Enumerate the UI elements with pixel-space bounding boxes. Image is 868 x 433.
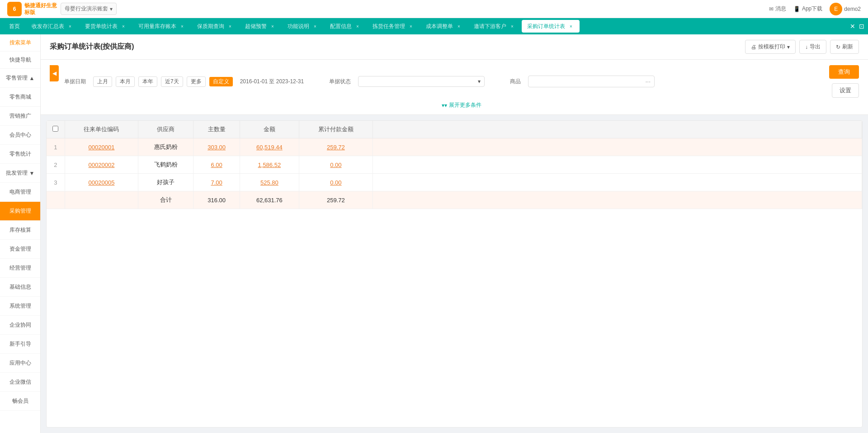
tab-close-icon[interactable]: ×: [456, 23, 462, 29]
tab-baozhiqi[interactable]: 保质期查询 ×: [192, 20, 239, 33]
tab-close-icon[interactable]: ×: [179, 23, 185, 29]
th-extra: [373, 121, 862, 138]
tab-expand-icon[interactable]: ⊡: [859, 23, 864, 30]
goods-input[interactable]: ···: [528, 76, 655, 87]
tab-yaoqing[interactable]: 邀请下游客户 ×: [468, 20, 521, 33]
logo-text: 畅捷通好生意 标版: [24, 2, 57, 15]
sidebar-item-newbie[interactable]: 新手引导: [0, 335, 40, 354]
app-icon: 📱: [793, 6, 800, 12]
message-button[interactable]: ✉ 消息: [769, 5, 786, 13]
nav-tabs: 首页 收发存汇总表 × 要货单统计表 × 可用量库存账本 × 保质期查询 × 超…: [0, 18, 868, 34]
date-this-month-button[interactable]: 本月: [116, 76, 135, 87]
settings-button[interactable]: 设置: [832, 83, 859, 98]
table-header-row: 往来单位编码 供应商 主数量 金额 累计付款金额: [47, 121, 862, 138]
date-7days-button[interactable]: 近7天: [161, 76, 183, 87]
th-checkbox: [47, 121, 65, 138]
sidebar-item-retail-stats[interactable]: 零售统计: [0, 145, 40, 164]
cell-index-1: 1: [47, 138, 65, 156]
sidebar-item-wechat[interactable]: 企业微信: [0, 373, 40, 392]
chevron-down-icon: ▾▾: [442, 102, 447, 109]
org-selector[interactable]: 母婴行业演示账套 ▾: [61, 3, 117, 15]
date-range-display: 2016-01-01 至 2023-12-31: [240, 78, 304, 86]
table-footer-row: 合计 316.00 62,631.76 259.72: [47, 191, 862, 209]
cell-code-1: 00020001: [65, 138, 138, 156]
page-title: 采购订单统计表(按供应商): [50, 42, 134, 52]
sidebar-item-operations[interactable]: 经营管理: [0, 259, 40, 278]
sidebar-item-finance[interactable]: 资金管理: [0, 240, 40, 259]
sidebar-item-retail-shop[interactable]: 零售商城: [0, 88, 40, 107]
table-row: 2 00020002 飞鹤奶粉 6.00 1,586.52 0.00: [47, 156, 862, 174]
tab-close-icon[interactable]: ×: [120, 23, 127, 29]
tab-caigou-active[interactable]: 采购订单统计表 ×: [522, 20, 580, 33]
tab-close-icon[interactable]: ×: [354, 23, 361, 29]
logo-icon: 6: [7, 2, 22, 16]
sidebar-item-enterprise-collab[interactable]: 企业协同: [0, 316, 40, 335]
tab-close-icon[interactable]: ×: [509, 23, 515, 29]
tab-close-icon[interactable]: ×: [269, 23, 276, 29]
sidebar-item-member2[interactable]: 畅会员: [0, 392, 40, 411]
date-last-month-button[interactable]: 上月: [93, 76, 112, 87]
sidebar-item-retail-mgmt[interactable]: 零售管理 ▲: [0, 69, 40, 88]
tab-close-icon[interactable]: ×: [312, 23, 318, 29]
footer-qty: 316.00: [193, 191, 240, 209]
tab-keyongliang[interactable]: 可用量库存账本 ×: [133, 20, 191, 33]
expand-filters-button[interactable]: ▾▾ 展开更多条件: [442, 101, 481, 109]
sidebar-item-purchase[interactable]: 采购管理: [0, 202, 40, 221]
filter-toggle-button[interactable]: ◀: [50, 65, 59, 81]
chevron-down-icon: ▾: [787, 44, 790, 50]
tab-gongnengshuo[interactable]: 功能说明 ×: [282, 20, 324, 33]
footer-amount: 62,631.76: [240, 191, 299, 209]
tab-shoufacun[interactable]: 收发存汇总表 ×: [26, 20, 79, 33]
footer-empty: [47, 191, 65, 209]
export-button[interactable]: ↓ 导出: [799, 40, 826, 54]
th-code: 往来单位编码: [65, 121, 138, 138]
tab-peizhi[interactable]: 配置信息 ×: [325, 20, 366, 33]
sidebar-item-wholesale[interactable]: 批发管理 ▼: [0, 164, 40, 183]
cell-index-3: 3: [47, 174, 65, 191]
tab-home[interactable]: 首页: [4, 20, 25, 33]
sidebar-item-basic-info[interactable]: 基础信息: [0, 278, 40, 297]
query-button[interactable]: 查询: [829, 65, 859, 79]
tab-close-icon[interactable]: ×: [408, 23, 414, 29]
sidebar-item-inventory[interactable]: 库存核算: [0, 221, 40, 240]
date-more-button[interactable]: 更多: [187, 76, 206, 87]
tab-close-icon[interactable]: ×: [568, 23, 574, 29]
footer-label: 合计: [138, 191, 193, 209]
sidebar-item-marketing[interactable]: 营销推广: [0, 107, 40, 126]
tab-jianhuo[interactable]: 拣货任务管理 ×: [367, 20, 420, 33]
tab-close-all-icon[interactable]: ✕: [850, 23, 855, 30]
tab-chaochuyujing[interactable]: 超储预警 ×: [240, 20, 281, 33]
date-this-year-button[interactable]: 本年: [138, 76, 157, 87]
printer-icon: 🖨: [751, 44, 756, 50]
sidebar-quick-nav[interactable]: 快捷导航: [0, 52, 40, 69]
sidebar-item-system[interactable]: 系统管理: [0, 297, 40, 316]
tab-close-icon[interactable]: ×: [67, 23, 73, 29]
sidebar-search[interactable]: 搜索菜单: [0, 34, 40, 52]
tab-close-icon[interactable]: ×: [227, 23, 233, 29]
sidebar-item-member[interactable]: 会员中心: [0, 126, 40, 145]
template-print-button[interactable]: 🖨 按模板打印 ▾: [745, 40, 796, 54]
chevron-down-icon: ▼: [29, 170, 35, 176]
refresh-button[interactable]: ↻ 刷新: [830, 40, 859, 54]
logo-area: 6 畅捷通好生意 标版: [7, 2, 57, 16]
th-qty: 主数量: [193, 121, 240, 138]
filter-area: ◀ 单据日期 上月 本月 本年 近7天 更多 自定义 2016-01-01 至 …: [41, 60, 868, 115]
user-menu[interactable]: E demo2: [830, 3, 861, 15]
select-all-checkbox[interactable]: [52, 126, 58, 132]
tab-yaohuo[interactable]: 要货单统计表 ×: [80, 20, 132, 33]
date-custom-badge[interactable]: 自定义: [209, 77, 233, 86]
chevron-down-icon: ▾: [478, 78, 481, 85]
cell-code-3: 00020005: [65, 174, 138, 191]
sidebar-item-appstore[interactable]: 应用中心: [0, 354, 40, 373]
cell-paid-3: 0.00: [299, 174, 373, 191]
chevron-up-icon: ▲: [29, 75, 35, 81]
export-icon: ↓: [805, 44, 808, 50]
tab-actions: ✕ ⊡: [850, 23, 864, 30]
cell-amount-3: 525.80: [240, 174, 299, 191]
sidebar-item-ecommerce[interactable]: 电商管理: [0, 183, 40, 202]
cell-code-2: 00020002: [65, 156, 138, 174]
status-select[interactable]: ▾: [358, 76, 485, 87]
tab-chengben[interactable]: 成本调整单 ×: [420, 20, 467, 33]
app-download-button[interactable]: 📱 App下载: [793, 5, 822, 13]
data-table: 往来单位编码 供应商 主数量 金额 累计付款金额 1 00020001 惠氏奶粉…: [47, 121, 862, 209]
